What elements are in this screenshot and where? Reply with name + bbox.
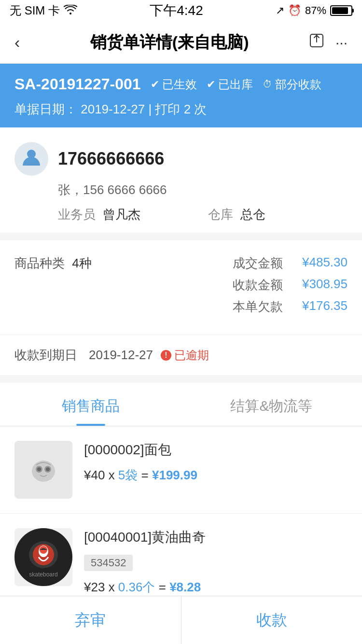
section-divider-2 bbox=[0, 375, 362, 383]
financial-stats: 成交金额 ¥485.30 收款金额 ¥308.95 本单欠款 ¥176.35 bbox=[233, 255, 348, 320]
status-badge-1: ✔ 已生效 bbox=[151, 77, 197, 92]
customer-phone: 17666666666 bbox=[58, 149, 164, 169]
back-button[interactable]: ‹ bbox=[14, 33, 20, 52]
header-date-row: 单据日期： 2019-12-27 | 打印 2 次 bbox=[14, 101, 348, 118]
alarm-icon: ⏰ bbox=[288, 4, 301, 17]
svg-point-5 bbox=[37, 467, 41, 471]
overdue-badge: ! 已逾期 bbox=[161, 348, 209, 363]
received-row: 收款金额 ¥308.95 bbox=[233, 277, 348, 294]
amount-row: 成交金额 ¥485.30 bbox=[233, 255, 348, 272]
battery-percent: 87% bbox=[305, 4, 326, 17]
customer-name: 张，156 6666 6666 bbox=[58, 182, 348, 198]
status-badge-3: ⏱ 部分收款 bbox=[263, 77, 321, 92]
more-button[interactable]: ··· bbox=[335, 34, 348, 51]
product-info-1: [0000002]面包 ¥40 x 5袋 = ¥199.99 bbox=[84, 441, 348, 484]
svg-text:skateboard: skateboard bbox=[29, 571, 57, 578]
status-badge-2: ✔ 已出库 bbox=[207, 77, 253, 92]
status-left: 无 SIM 卡 bbox=[10, 3, 77, 18]
tabs-row: 销售商品 结算&物流等 bbox=[0, 383, 362, 426]
tab-settlement[interactable]: 结算&物流等 bbox=[181, 383, 362, 426]
battery-icon bbox=[330, 5, 352, 16]
bottom-bar: 弃审 收款 bbox=[0, 596, 362, 644]
category-info: 商品种类 4种 bbox=[14, 255, 92, 272]
product-price-2: ¥23 x 0.36个 = ¥8.28 bbox=[84, 579, 348, 596]
customer-meta: 业务员 曾凡杰 仓库 总仓 bbox=[58, 206, 348, 223]
user-icon bbox=[21, 146, 42, 172]
nav-actions: ··· bbox=[309, 33, 348, 51]
wifi-icon bbox=[64, 4, 77, 17]
abandon-review-button[interactable]: 弃审 bbox=[0, 596, 181, 644]
share-button[interactable] bbox=[309, 33, 324, 51]
product-name-2: [00040001]黄油曲奇 bbox=[84, 528, 348, 546]
table-row: [0000002]面包 ¥40 x 5袋 = ¥199.99 bbox=[0, 426, 362, 514]
products-list: [0000002]面包 ¥40 x 5袋 = ¥199.99 bbox=[0, 426, 362, 611]
tab-sales-products[interactable]: 销售商品 bbox=[0, 383, 181, 426]
nav-bar: ‹ 销货单详情(来自电脑) ··· bbox=[0, 21, 362, 64]
time-display: 下午4:42 bbox=[150, 1, 203, 20]
overdue-icon: ! bbox=[161, 350, 171, 361]
due-date-section: 收款到期日 2019-12-27 ! 已逾期 bbox=[0, 335, 362, 375]
svg-point-6 bbox=[46, 467, 50, 471]
tabs-section: 销售商品 结算&物流等 bbox=[0, 383, 362, 426]
product-info-2: [00040001]黄油曲奇 534532 ¥23 x 0.36个 = ¥8.2… bbox=[84, 528, 348, 596]
order-header: SA-20191227-001 ✔ 已生效 ✔ 已出库 ⏱ 部分收款 单据日期：… bbox=[0, 64, 362, 127]
customer-section: 17666666666 张，156 6666 6666 业务员 曾凡杰 仓库 总… bbox=[0, 127, 362, 233]
order-id: SA-20191227-001 bbox=[14, 75, 141, 93]
product-sku-2: 534532 bbox=[84, 555, 133, 571]
product-thumbnail-2: skateboard bbox=[14, 528, 72, 586]
customer-row: 17666666666 bbox=[14, 142, 348, 176]
section-divider-1 bbox=[0, 233, 362, 240]
stats-section: 商品种类 4种 成交金额 ¥485.30 收款金额 ¥308.95 本单欠款 ¥… bbox=[0, 240, 362, 335]
carrier-text: 无 SIM 卡 bbox=[10, 3, 60, 18]
svg-point-2 bbox=[32, 461, 55, 482]
header-row1: SA-20191227-001 ✔ 已生效 ✔ 已出库 ⏱ 部分收款 bbox=[14, 75, 348, 93]
status-right: ↗ ⏰ 87% bbox=[276, 4, 352, 17]
status-bar: 无 SIM 卡 下午4:42 ↗ ⏰ 87% bbox=[0, 0, 362, 21]
debt-row: 本单欠款 ¥176.35 bbox=[233, 298, 348, 315]
location-icon: ↗ bbox=[276, 4, 284, 17]
stats-row: 商品种类 4种 成交金额 ¥485.30 收款金额 ¥308.95 本单欠款 ¥… bbox=[14, 255, 348, 320]
product-name-1: [0000002]面包 bbox=[84, 441, 348, 459]
page-title: 销货单详情(来自电脑) bbox=[29, 31, 309, 54]
collect-payment-button[interactable]: 收款 bbox=[181, 596, 362, 644]
product-price-1: ¥40 x 5袋 = ¥199.99 bbox=[84, 467, 348, 484]
avatar bbox=[14, 142, 48, 176]
product-thumbnail-1 bbox=[14, 441, 72, 499]
